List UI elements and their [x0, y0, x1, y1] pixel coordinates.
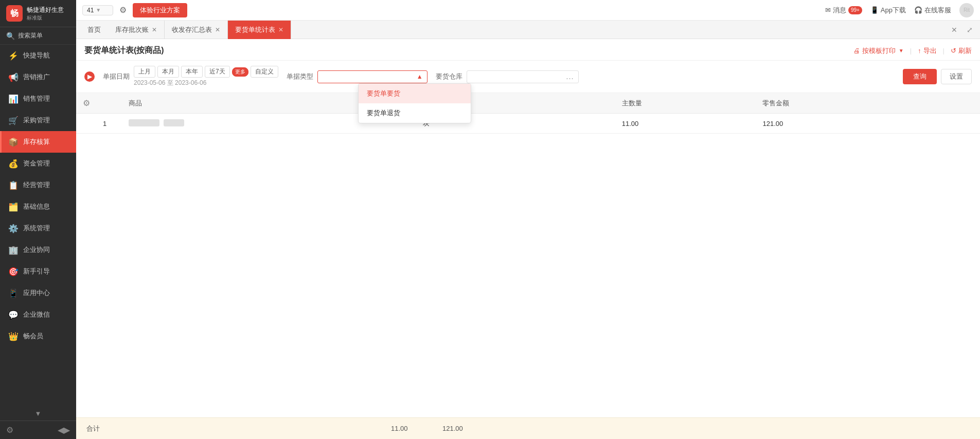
number-dropdown-arrow: ▼: [96, 7, 101, 13]
user-avatar[interactable]: Rit: [959, 3, 974, 17]
nav-label-system: 系统管理: [23, 224, 50, 233]
warehouse-input-group[interactable]: …: [467, 70, 579, 83]
wechat-icon: 💬: [8, 309, 19, 320]
col-gear-header[interactable]: ⚙: [76, 93, 97, 114]
tab-home[interactable]: 首页: [80, 21, 108, 39]
col-seq-header: [97, 93, 122, 114]
tab-order-summary-close[interactable]: ✕: [278, 26, 283, 33]
export-label: 导出: [923, 46, 937, 56]
shortcut-7days[interactable]: 近7天: [205, 66, 230, 78]
date-filter-group: 单据日期 上月 本月 本年 近7天 更多 自定义 2023-05-06 至 20…: [103, 66, 278, 87]
footer-label: 合计: [82, 424, 237, 433]
shortcut-this-year[interactable]: 本年: [181, 66, 203, 78]
tab-receive-summary-close[interactable]: ✕: [215, 26, 220, 33]
tabs-bar: 首页 库存批次账 ✕ 收发存汇总表 ✕ 要货单统计表 ✕ ✕ ⤢: [76, 21, 980, 39]
sidebar-item-wechat[interactable]: 💬 企业微信: [0, 304, 76, 325]
sidebar-item-marketing[interactable]: 📢 营销推广: [0, 66, 76, 88]
number-display[interactable]: 41 ▼: [82, 5, 113, 15]
shortcut-custom[interactable]: 自定义: [251, 66, 278, 78]
type-chevron-up-icon[interactable]: ▲: [413, 73, 427, 80]
warehouse-more-icon[interactable]: …: [562, 72, 578, 81]
print-dropdown-arrow: ▼: [899, 48, 904, 53]
tab-inventory-batch-close[interactable]: ✕: [152, 26, 157, 33]
table-header-row: ⚙ 商品 主计量单位 主数量 零售金额: [76, 93, 980, 114]
main-area: 41 ▼ ⚙ 体验行业方案 ✉ 消息 99+ 📱 App下载 🎧 在线客服 Ri…: [76, 0, 980, 439]
tab-order-summary[interactable]: 要货单统计表 ✕: [228, 21, 291, 39]
dropdown-item-requisition[interactable]: 要货单要货: [359, 84, 471, 103]
online-service-label: 在线客服: [924, 6, 951, 15]
data-table: ⚙ 商品 主计量单位 主数量 零售金额 1: [76, 93, 980, 134]
filter-expand-btn[interactable]: ▶: [84, 71, 95, 82]
tab-home-label: 首页: [87, 25, 101, 34]
header-right: ✉ 消息 99+ 📱 App下载 🎧 在线客服 Rit: [825, 3, 974, 17]
sidebar-item-member[interactable]: 👑 畅会员: [0, 325, 76, 347]
tab-inventory-batch-label: 库存批次账: [115, 25, 149, 34]
row-gear: [76, 114, 97, 134]
headset-icon: 🎧: [914, 6, 922, 14]
tab-inventory-batch[interactable]: 库存批次账 ✕: [108, 21, 165, 39]
nav-label-operation: 经营管理: [23, 180, 50, 190]
print-template-btn[interactable]: 🖨 按模板打印 ▼: [853, 46, 904, 56]
sidebar-item-basic[interactable]: 🗂️ 基础信息: [0, 196, 76, 217]
query-button[interactable]: 查询: [903, 69, 937, 84]
operation-icon: 📋: [8, 179, 19, 191]
sidebar-item-enterprise[interactable]: 🏢 企业协同: [0, 239, 76, 261]
trial-button[interactable]: 体验行业方案: [133, 3, 187, 17]
sidebar-item-finance[interactable]: 💰 资金管理: [0, 153, 76, 174]
close-all-tabs-btn[interactable]: ✕: [948, 24, 960, 36]
sidebar-item-inventory[interactable]: 📦 库存核算: [0, 131, 76, 153]
sidebar-item-system[interactable]: ⚙️ 系统管理: [0, 217, 76, 239]
nav-label-purchase: 采购管理: [23, 116, 50, 125]
shortcut-last-month[interactable]: 上月: [134, 66, 155, 78]
sidebar-scroll-down[interactable]: ▼: [0, 407, 76, 420]
sidebar-item-sales[interactable]: 📊 销售管理: [0, 88, 76, 109]
app-logo-icon: 畅: [6, 5, 23, 22]
sidebar-item-operation[interactable]: 📋 经营管理: [0, 174, 76, 196]
date-range-display: 2023-05-06 至 2023-06-06: [134, 79, 278, 87]
header-gear-icon[interactable]: ⚙: [119, 5, 127, 15]
footer-quantity: 11.00: [391, 425, 442, 432]
export-icon: ↑: [918, 47, 921, 54]
separator-1: |: [910, 47, 912, 54]
sidebar-logo-text: 畅捷通好生意 标准版: [27, 6, 64, 22]
shortcut-this-month[interactable]: 本月: [157, 66, 179, 78]
col-extra: [926, 93, 980, 114]
collapse-icon[interactable]: ◀▶: [58, 425, 70, 435]
type-input-group[interactable]: ▲: [317, 70, 427, 83]
messages-badge: 99+: [848, 6, 862, 14]
filter-settings-button[interactable]: 设置: [941, 69, 972, 84]
product-name-blur: [129, 119, 159, 126]
refresh-btn[interactable]: ↺ 刷新: [951, 46, 972, 56]
sidebar-item-quick-nav[interactable]: ⚡ 快捷导航: [0, 45, 76, 66]
export-btn[interactable]: ↑ 导出: [918, 46, 937, 56]
nav-label-inventory: 库存核算: [23, 137, 50, 147]
expand-tabs-btn[interactable]: ⤢: [964, 24, 976, 36]
page-title: 要货单统计表(按商品): [84, 45, 164, 56]
settings-icon[interactable]: ⚙: [6, 425, 13, 435]
table-container: ⚙ 商品 主计量单位 主数量 零售金额 1: [76, 93, 980, 417]
separator-2: |: [943, 47, 945, 54]
shortcut-more-badge[interactable]: 更多: [232, 67, 248, 77]
online-service-action[interactable]: 🎧 在线客服: [914, 6, 951, 15]
warehouse-filter-group: 要货仓库 …: [436, 70, 579, 83]
sidebar-item-apps[interactable]: 📱 应用中心: [0, 282, 76, 304]
messages-action[interactable]: ✉ 消息 99+: [825, 6, 862, 15]
type-input[interactable]: [318, 71, 413, 83]
tab-order-summary-label: 要货单统计表: [235, 25, 275, 34]
inventory-icon: 📦: [8, 136, 19, 148]
print-template-label: 按模板打印: [862, 46, 896, 56]
phone-icon: 📱: [870, 6, 879, 14]
messages-label: 消息: [833, 6, 846, 15]
dropdown-item-return[interactable]: 要货单退货: [359, 103, 471, 123]
tab-receive-summary[interactable]: 收发存汇总表 ✕: [165, 21, 228, 39]
sidebar-search[interactable]: 🔍 搜索菜单: [0, 27, 76, 45]
warehouse-input[interactable]: [467, 71, 562, 83]
row-amount: 121.00: [756, 114, 926, 134]
app-download-action[interactable]: 📱 App下载: [870, 6, 906, 15]
refresh-icon: ↺: [951, 47, 956, 54]
sidebar-item-purchase[interactable]: 🛒 采购管理: [0, 109, 76, 131]
sidebar-item-guide[interactable]: 🎯 新手引导: [0, 261, 76, 282]
system-icon: ⚙️: [8, 223, 19, 234]
type-dropdown: 要货单要货 要货单退货: [358, 83, 471, 123]
table-body: 1 块 11.00 121.00: [76, 114, 980, 134]
